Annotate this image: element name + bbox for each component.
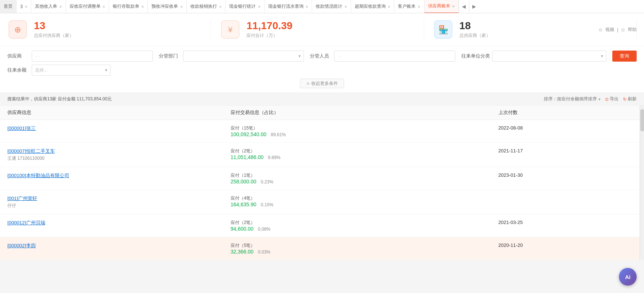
nav-tab-3-label: 3 [20,4,23,9]
nav-tab-bank[interactable]: 银行存取款单 × [109,0,148,13]
nav-tab-home[interactable]: 首页 [0,0,17,13]
nav-tab-supplier-ledger-label: 供应商账本 [428,3,450,9]
nav-tab-adjustment-close[interactable]: × [103,4,105,9]
transaction-col: 应付（4笔） 164,635.90 0.15% [231,195,498,207]
nav-tab-cash-flow-label: 现金银行流水查询 [268,3,304,10]
supplier-info-col: [000100]本特勤油品有限公司 [7,172,231,179]
nav-tab-customer-ledger[interactable]: 客户账本 × [394,0,424,13]
balance-filter-item: 往来余额 选择... ▾ [7,65,111,76]
circle-icon: ⊙ [599,27,602,32]
tx-label: 应付（15笔） [231,125,498,131]
export-button[interactable]: ⊙ 导出 [605,96,619,102]
payable-suppliers-label: 总应付供应商（家） [34,32,74,39]
nav-tab-other-income[interactable]: 其他收入单 × [31,0,66,13]
nav-prev-button[interactable]: ◀ [459,0,469,13]
supplier-link-hengwang[interactable]: [000007]恒旺二手叉车 [7,148,231,155]
category-filter-input[interactable]: ▾ [492,51,607,62]
balance-placeholder: 选择... [35,67,48,73]
supplier-link-li4[interactable]: [000002]李四 [7,242,231,249]
lastpay-col: 2023-01-30 [498,172,632,178]
top-right-links: ⊙ 视频 | ⊙ 帮助 [599,27,637,33]
nav-tab-adjustment-label: 应收应付调整单 [70,3,101,10]
nav-tab-customer-ledger-label: 客户账本 [398,3,416,10]
person-filter-item: 分管人员 ··· [310,51,455,62]
balance-arrow-icon: ▾ [105,68,107,73]
supplier-link-zhang3[interactable]: [000001]张三 [7,125,231,132]
department-filter-item: 分管部门 ▾ [159,51,304,62]
collapse-button[interactable]: ∧ 收起更多条件 [300,79,344,88]
supplier-link-guangzhou-beiru[interactable]: [000012]广州贝瑞 [7,220,231,226]
filter-row-2: 往来余额 选择... ▾ [7,65,637,76]
nav-tab-3[interactable]: 3 × [17,0,31,13]
col-header-lastpay: 上次付数 [498,109,632,116]
tx-percent: 0.23% [261,179,273,185]
nav-tab-collection-stat-close[interactable]: × [344,4,347,9]
summary-card-payable-content: 13 总应付供应商（家） [34,21,74,39]
nav-next-button[interactable]: ▶ [469,0,479,13]
tx-row: 94,600.00 0.08% [231,226,498,232]
nav-tab-3-close[interactable]: × [25,4,27,9]
results-summary-text: 搜索结果中，供应商13家 应付金额 111,703,854.00元 [7,96,112,102]
balance-filter-input[interactable]: 选择... ▾ [32,65,111,76]
scrollbar[interactable] [640,106,644,260]
refresh-icon: ↻ [623,97,627,102]
nav-tab-supplier-ledger-close[interactable]: × [452,4,455,8]
tx-row: 164,635.90 0.15% [231,201,498,207]
supplier-filter-input[interactable]: ··· [32,51,153,62]
nav-tab-bank-close[interactable]: × [141,4,144,9]
table-header: 供应商信息 应付交易信息（占比） 上次付数 [0,106,640,120]
nav-tab-cash-flow-close[interactable]: × [306,4,308,9]
tx-amount[interactable]: 164,635.90 [231,201,256,207]
table-row: [000100]本特勤油品有限公司 应付（1笔） 258,000.00 0.23… [0,167,640,190]
tx-amount[interactable]: 100,092,540.00 [231,131,266,137]
nav-tab-prepay-close[interactable]: × [180,4,182,9]
nav-tab-overdue[interactable]: 超期应收款查询 × [351,0,394,13]
nav-tab-customer-ledger-close[interactable]: × [418,4,420,9]
supplier-info-col: [000007]恒旺二手叉车 王通 17106110000 [7,148,231,162]
person-filter-input[interactable]: ··· [334,51,455,62]
svg-text:⊕: ⊕ [14,25,21,34]
nav-tab-collection-stat[interactable]: 收款情况统计 × [312,0,351,13]
nav-tab-other-income-close[interactable]: × [59,4,62,9]
nav-tab-collection-close[interactable]: × [219,4,221,9]
department-filter-input[interactable]: ▾ [183,51,304,62]
nav-tab-cash-stat[interactable]: 现金银行统计 × [225,0,264,13]
help-link[interactable]: 帮助 [628,27,637,33]
sort-selector[interactable]: 排序：按应付余额倒序排序 ▾ [544,96,601,102]
query-button[interactable]: 查询 [612,51,637,62]
tx-amount[interactable]: 11,051,486.00 [231,154,264,160]
nav-tab-cash-stat-label: 现金银行统计 [229,3,256,10]
person-input-dots: ··· [337,54,343,59]
nav-tab-overdue-label: 超期应收款查询 [355,3,386,10]
nav-tab-overdue-close[interactable]: × [388,4,390,9]
payable-suppliers-number: 13 [34,21,74,31]
nav-tab-cash-flow[interactable]: 现金银行流水查询 × [265,0,312,13]
total-suppliers-label: 总供应商（家） [459,32,490,39]
nav-tab-prepay-label: 预收冲应收单 [151,3,178,10]
nav-tab-supplier-ledger[interactable]: 供应商账本 × [424,0,459,13]
col-header-transaction: 应付交易信息（占比） [231,109,498,116]
nav-tab-prepay[interactable]: 预收冲应收单 × [148,0,186,13]
tx-amount[interactable]: 94,600.00 [231,226,253,232]
category-filter-item: 往来单位分类 ▾ [461,51,607,62]
video-link[interactable]: 视频 [605,27,614,33]
tx-amount[interactable]: 258,000.00 [231,179,256,185]
nav-tab-home-label: 首页 [4,3,13,10]
amount-icon: ¥ [220,19,241,40]
supplier-info-col: [000001]张三 [7,125,231,132]
nav-tab-cash-stat-close[interactable]: × [258,4,260,9]
tx-amount[interactable]: 32,366.00 [231,249,253,255]
col-header-supplier: 供应商信息 [7,109,231,116]
refresh-button[interactable]: ↻ 刷新 [623,96,637,102]
last-pay-date: 2021-03-25 [498,220,523,225]
nav-tab-collection[interactable]: 收款核销执行 × [187,0,225,13]
svg-text:🏪: 🏪 [438,25,448,35]
table-row: [000002]李四 应付（5笔） 32,366.00 0.03% 2020-1… [0,237,640,260]
supplier-link-bente[interactable]: [000100]本特勤油品有限公司 [7,172,231,179]
last-pay-date: 2022-08-08 [498,125,523,131]
lastpay-col: 2021-03-25 [498,220,632,225]
supplier-info-col: [001]广州荣轩 仔仔 [7,195,231,209]
supplier-link-guangzhou-rongxuan[interactable]: [001]广州荣轩 [7,195,231,202]
summary-card-payable-suppliers: ⊕ 13 总应付供应商（家） [7,19,211,40]
nav-tab-adjustment[interactable]: 应收应付调整单 × [66,0,109,13]
